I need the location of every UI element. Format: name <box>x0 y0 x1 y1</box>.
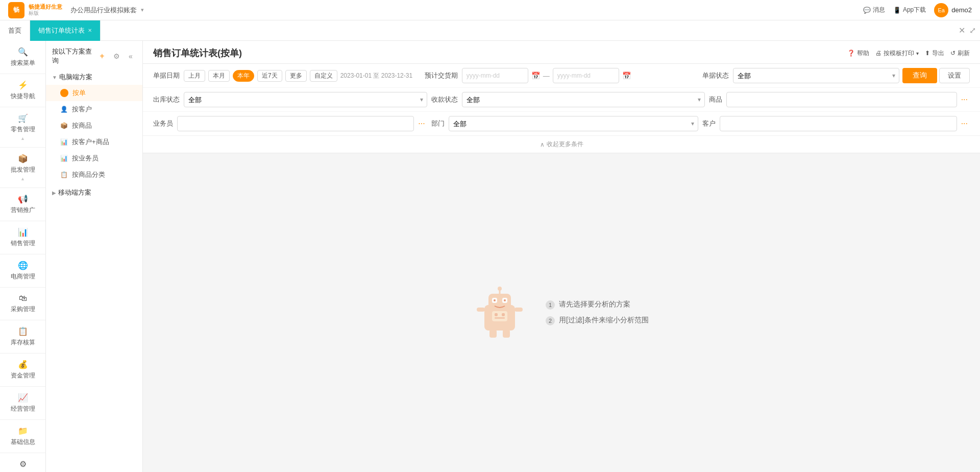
expected-delivery-label: 预计交货期 <box>425 71 458 80</box>
status-select[interactable]: 全部 未审核 已审核 作废 <box>733 68 899 83</box>
product-more-btn[interactable]: ··· <box>959 95 970 104</box>
tab-close-icon[interactable]: ✕ <box>88 28 92 33</box>
product-input[interactable] <box>726 92 957 107</box>
pc-scheme-group-header[interactable]: ▼ 电脑端方案 <box>46 69 142 85</box>
svg-rect-11 <box>503 329 510 338</box>
mobile-scheme-expand-icon: ▶ <box>52 190 56 196</box>
dept-wrap: 全部 <box>449 116 699 131</box>
settings-scheme-btn[interactable]: ⚙ <box>111 51 122 62</box>
tab-home[interactable]: 首页 <box>0 20 30 41</box>
expand-btn[interactable]: ⤢ <box>969 26 976 35</box>
ecommerce-icon: 🌐 <box>18 261 28 270</box>
delivery-status-wrap: 全部 未出库 部分出库 全部出库 <box>184 92 427 107</box>
product-label: 商品 <box>709 95 722 104</box>
svg-rect-12 <box>492 311 507 321</box>
export-icon: ⬆ <box>925 50 930 57</box>
by-product-category-icon: 📋 <box>60 171 68 178</box>
filter-row-2: 出库状态 全部 未出库 部分出库 全部出库 收款状态 全部 未收款 <box>143 88 980 112</box>
customer-content: ··· <box>720 116 970 131</box>
breadcrumb-dropdown-icon[interactable]: ▾ <box>141 7 144 13</box>
help-btn[interactable]: ❓ 帮助 <box>847 49 869 58</box>
scheme-item-by-salesman[interactable]: 📊 按业务员 <box>46 150 142 167</box>
sidebar-item-quick-nav[interactable]: ⚡ 快捷导航 <box>0 74 45 107</box>
close-all-btn[interactable]: ✕ <box>959 26 965 35</box>
sidebar-item-sys-mgmt[interactable]: ⚙ 系统管理 <box>0 453 45 472</box>
sidebar-item-search-menu[interactable]: 🔍 搜索菜单 <box>0 41 45 74</box>
help-icon: ❓ <box>847 50 855 57</box>
this-year-btn[interactable]: 本年 <box>233 70 254 82</box>
date-label: 单据日期 <box>153 71 180 80</box>
breadcrumb-title: 办公用品行业模拟账套 <box>70 6 137 15</box>
last-month-btn[interactable]: 上月 <box>184 70 205 82</box>
sidebar-item-marketing[interactable]: 📢 营销推广 <box>0 188 45 221</box>
sidebar-item-basic-info[interactable]: 📁 基础信息 <box>0 420 45 453</box>
message-btn[interactable]: 💬 消息 <box>863 6 885 14</box>
more-date-btn[interactable]: 更多 <box>285 70 307 82</box>
operations-icon: 📈 <box>18 393 28 403</box>
salesman-content: ··· <box>177 116 427 131</box>
user-menu[interactable]: Ea demo2 <box>934 3 972 17</box>
customer-label: 客户 <box>702 119 716 128</box>
app-edition: 标版 <box>29 10 62 16</box>
dept-label: 部门 <box>431 119 445 128</box>
date-filter-content: 上月 本月 本年 近7天 更多 自定义 2023-01-01 至 2023-12… <box>184 70 421 82</box>
sidebar-item-operations[interactable]: 📈 经营管理 <box>0 387 45 420</box>
sidebar-item-finance[interactable]: 💰 资金管理 <box>0 353 45 387</box>
cal-icon-end[interactable]: 📅 <box>622 72 631 80</box>
right-panel: 销售订单统计表(按单) ❓ 帮助 🖨 按模板打印 ▾ ⬆ 导出 <box>143 41 980 472</box>
custom-date-btn[interactable]: 自定义 <box>310 70 337 82</box>
purchase-icon: 🛍 <box>19 294 27 303</box>
search-menu-icon: 🔍 <box>18 47 28 57</box>
by-salesman-icon: 📊 <box>60 155 68 162</box>
print-btn[interactable]: 🖨 按模板打印 ▾ <box>875 49 919 58</box>
sales-icon: 📊 <box>18 227 28 237</box>
sidebar-item-purchase[interactable]: 🛍 采购管理 <box>0 288 45 320</box>
search-btn[interactable]: 查询 <box>902 68 937 83</box>
scheme-item-by-product-category[interactable]: 📋 按商品分类 <box>46 167 142 183</box>
salesman-more-btn[interactable]: ··· <box>416 119 427 128</box>
cal-icon-start[interactable]: 📅 <box>531 72 540 80</box>
wholesale-expand-icon: ▲ <box>20 176 25 181</box>
filter-section: 单据日期 上月 本月 本年 近7天 更多 自定义 2023-01-01 至 20… <box>143 64 980 153</box>
customer-input[interactable] <box>720 116 957 131</box>
empty-tip-2: 2 用[过滤]条件来缩小分析范围 <box>546 316 649 325</box>
settings-btn[interactable]: 设置 <box>939 68 970 83</box>
customer-more-btn[interactable]: ··· <box>959 119 970 128</box>
delivery-date-start[interactable] <box>462 68 528 83</box>
app-download-btn[interactable]: 📱 App下载 <box>893 6 926 14</box>
delivery-date-end[interactable] <box>553 68 619 83</box>
refresh-icon: ↺ <box>950 50 955 57</box>
status-label: 单据状态 <box>702 71 729 80</box>
add-scheme-btn[interactable]: + <box>96 51 108 62</box>
sidebar-item-retail[interactable]: 🛒 零售管理 ▲ <box>0 107 45 148</box>
sidebar-item-ecommerce[interactable]: 🌐 电商管理 <box>0 254 45 288</box>
scheme-item-by-product[interactable]: 📦 按商品 <box>46 117 142 134</box>
topbar-right: 💬 消息 📱 App下载 Ea demo2 <box>863 3 972 17</box>
svg-rect-14 <box>502 313 505 316</box>
payment-status-select[interactable]: 全部 未收款 部分收款 全部收款 <box>462 92 705 107</box>
delivery-status-select[interactable]: 全部 未出库 部分出库 全部出库 <box>184 92 427 107</box>
collapse-panel-btn[interactable]: « <box>125 51 136 62</box>
salesman-input[interactable] <box>177 116 414 131</box>
main-layout: 🔍 搜索菜单 ⚡ 快捷导航 🛒 零售管理 ▲ 📦 批发管理 ▲ 📢 营销推广 📊… <box>0 41 980 472</box>
last-7-days-btn[interactable]: 近7天 <box>257 70 282 82</box>
sidebar-item-wholesale[interactable]: 📦 批发管理 ▲ <box>0 148 45 188</box>
status-content: 全部 未审核 已审核 作废 查询 设置 <box>733 68 970 83</box>
this-month-btn[interactable]: 本月 <box>208 70 230 82</box>
pc-scheme-group: ▼ 电脑端方案 按单 👤 按客户 📦 按商品 📊 按客户+商品 <box>46 69 142 183</box>
dept-select[interactable]: 全部 <box>449 116 699 131</box>
scheme-item-by-customer-product[interactable]: 📊 按客户+商品 <box>46 134 142 150</box>
print-icon: 🖨 <box>875 50 881 57</box>
sidebar-item-inventory[interactable]: 📋 库存核算 <box>0 320 45 353</box>
export-btn[interactable]: ⬆ 导出 <box>925 49 944 58</box>
tip-num-1: 1 <box>546 300 555 310</box>
scheme-item-by-order[interactable]: 按单 <box>46 85 142 101</box>
scheme-item-by-customer[interactable]: 👤 按客户 <box>46 101 142 117</box>
collapse-btn[interactable]: ∧ 收起更多条件 <box>540 140 583 149</box>
tab-sales-order-stat[interactable]: 销售订单统计表 ✕ <box>30 20 101 41</box>
content: 按以下方案查询 + ⚙ « ▼ 电脑端方案 按单 👤 <box>46 41 980 472</box>
mobile-scheme-group-header[interactable]: ▶ 移动端方案 <box>46 185 142 200</box>
sidebar-item-sales[interactable]: 📊 销售管理 <box>0 221 45 254</box>
sys-mgmt-icon: ⚙ <box>19 459 27 469</box>
refresh-btn[interactable]: ↺ 刷新 <box>950 49 970 58</box>
